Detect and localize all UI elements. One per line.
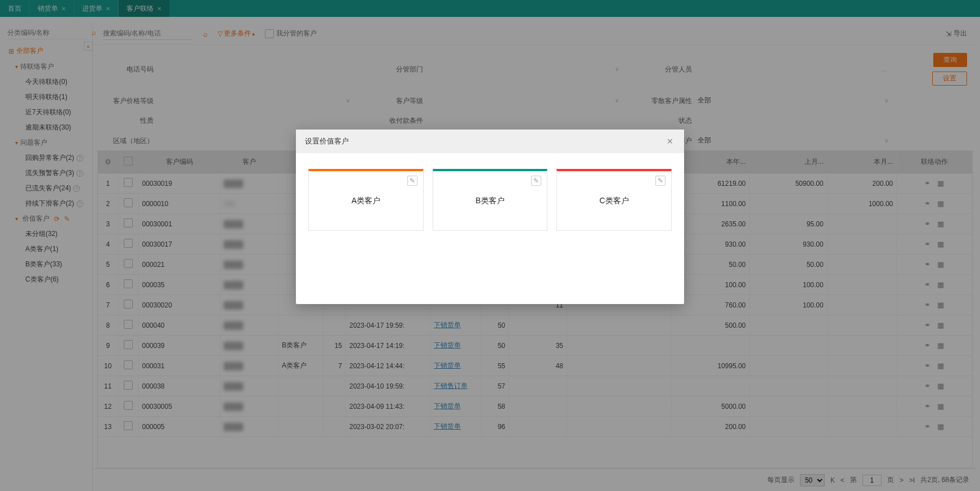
value-customer-modal: 设置价值客户 ✕ ✎ A类客户 ✎ B类客户 ✎ C类客户 <box>296 130 684 304</box>
value-card-A[interactable]: ✎ A类客户 <box>308 169 424 231</box>
value-card-C[interactable]: ✎ C类客户 <box>556 169 672 231</box>
edit-icon[interactable]: ✎ <box>531 176 541 186</box>
edit-icon[interactable]: ✎ <box>407 176 417 186</box>
modal-overlay: 设置价值客户 ✕ ✎ A类客户 ✎ B类客户 ✎ C类客户 <box>0 0 980 491</box>
close-icon[interactable]: ✕ <box>665 137 675 146</box>
modal-title: 设置价值客户 <box>305 136 349 146</box>
value-card-B[interactable]: ✎ B类客户 <box>433 169 548 231</box>
edit-icon[interactable]: ✎ <box>655 176 666 186</box>
